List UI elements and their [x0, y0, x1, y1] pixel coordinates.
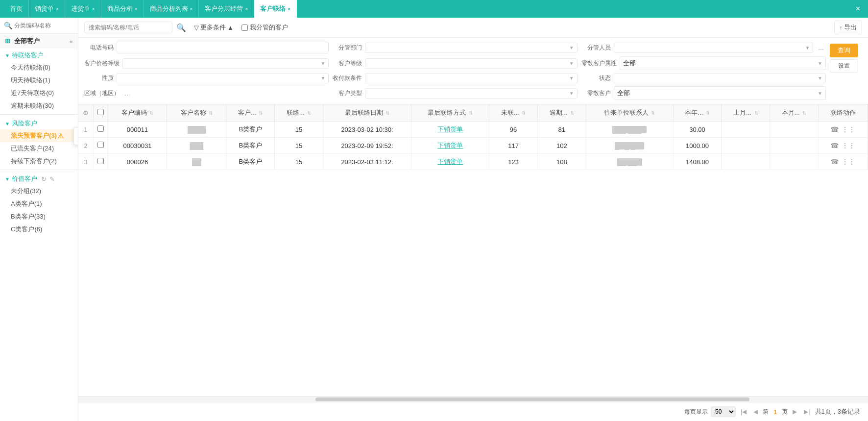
top-nav: 首页 销货单 × 进货单 × 商品分析 × 商品分析列表 × 客户分层经营 × … — [0, 0, 868, 18]
filter-status-select[interactable]: ▼ — [614, 73, 826, 83]
tooltip-risk: 90天未交易的客户，可能有流失风险。 — [73, 127, 78, 145]
export-button[interactable]: ↑ 导出 — [834, 21, 863, 34]
row-num-0: 1 — [78, 122, 93, 138]
sort-method-icon[interactable]: ⇅ — [469, 110, 473, 116]
sort-year-icon[interactable]: ⇅ — [706, 110, 710, 116]
close-all-button[interactable]: × — [852, 4, 864, 13]
filter-phone-input[interactable] — [117, 42, 329, 53]
filter-price-grade-select[interactable]: ▼ — [122, 58, 329, 69]
sidebar-item-a-class[interactable]: A类客户(1) — [0, 198, 78, 210]
sort-code-icon[interactable]: ⇅ — [149, 110, 153, 116]
action-call-1[interactable]: ☎ — [830, 142, 839, 149]
nav-tab-customer-seg[interactable]: 客户分层经营 × — [199, 0, 254, 18]
query-button[interactable]: 查询 — [830, 44, 858, 57]
filter-customer-type-select[interactable]: ▼ — [365, 88, 577, 99]
filter-payment-select[interactable]: ▼ — [365, 73, 577, 83]
nav-tab-home[interactable]: 首页 — [4, 0, 29, 18]
sidebar-item-lost[interactable]: 已流失客户(24) — [0, 142, 78, 155]
sidebar-item-overdue[interactable]: 逾期未联络(30) — [0, 99, 78, 112]
filter-region-dots[interactable]: ... — [122, 89, 132, 97]
row-date-1: 2023-02-09 19:52: — [323, 138, 411, 154]
action-more-1[interactable]: ⋮⋮ — [842, 142, 855, 149]
prev-page-btn[interactable]: ◀ — [751, 407, 760, 416]
sidebar-search-input[interactable] — [14, 22, 78, 29]
row-checkbox-0[interactable] — [93, 122, 108, 138]
filter-customer-grade-select[interactable]: ▼ — [365, 58, 577, 69]
last-page-btn[interactable]: ▶| — [802, 407, 812, 416]
row-method-2[interactable]: 下销货单 — [411, 154, 489, 170]
my-customers-checkbox[interactable]: 我分管的客户 — [241, 23, 288, 32]
per-page-select[interactable]: 50 100 — [711, 406, 736, 417]
nav-tab-analysis-list[interactable]: 商品分析列表 × — [144, 0, 199, 18]
value-edit-icon[interactable]: ✎ — [49, 175, 55, 183]
action-more-2[interactable]: ⋮⋮ — [842, 158, 855, 166]
sort-name-icon[interactable]: ⇅ — [209, 110, 213, 116]
filter-payment-arrow: ▼ — [569, 75, 574, 81]
nav-tab-home-label: 首页 — [10, 4, 23, 13]
search-button[interactable]: 🔍 — [176, 23, 186, 32]
nav-tab-analysis-list-close[interactable]: × — [190, 6, 193, 12]
action-more-0[interactable]: ⋮⋮ — [842, 125, 855, 133]
table-row: 3 000026 ██ B类客户 15 2023-02-03 11:12: 下销… — [78, 154, 868, 170]
action-call-2[interactable]: ☎ — [830, 158, 839, 166]
sidebar-group-pending[interactable]: ▼ 待联络客户 — [0, 49, 78, 61]
nav-tab-customer-link-close[interactable]: × — [288, 6, 290, 12]
nav-tab-sales[interactable]: 销货单 × — [29, 0, 65, 18]
th-settings[interactable]: ⚙ — [78, 104, 93, 122]
filter-manager-select[interactable]: ▼ — [614, 43, 814, 53]
filter-retail-attr-select[interactable]: 全部 ▼ — [620, 56, 826, 70]
sidebar-item-churn-warning[interactable]: 流失预警客户(3) ⚠ — [0, 129, 78, 142]
sidebar-item-tomorrow[interactable]: 明天待联络(1) — [0, 74, 78, 87]
nav-tab-analysis[interactable]: 商品分析 × — [101, 0, 144, 18]
action-call-0[interactable]: ☎ — [830, 125, 839, 133]
row-method-1[interactable]: 下销货单 — [411, 138, 489, 154]
sort-overdue-icon[interactable]: ⇅ — [570, 110, 574, 116]
next-page-btn[interactable]: ▶ — [791, 407, 799, 416]
select-all-checkbox[interactable] — [97, 109, 104, 115]
nav-tab-sales-close[interactable]: × — [56, 6, 59, 12]
row-method-0[interactable]: 下销货单 — [411, 122, 489, 138]
sidebar-item-7days[interactable]: 近7天待联络(0) — [0, 87, 78, 99]
sort-lastmonth-icon[interactable]: ⇅ — [754, 110, 758, 116]
scrollbar-thumb[interactable] — [315, 397, 750, 401]
row-checkbox-2[interactable] — [93, 154, 108, 170]
nav-tab-purchase-close[interactable]: × — [92, 6, 95, 12]
more-conditions-button[interactable]: ▽ 更多条件 ▲ — [190, 21, 238, 34]
sidebar-item-c-class[interactable]: C类客户(6) — [0, 223, 78, 236]
th-checkbox[interactable] — [93, 104, 108, 122]
sidebar-group-risk[interactable]: ▼ 风险客户 — [0, 117, 78, 129]
my-customers-label: 我分管的客户 — [250, 23, 288, 32]
sort-date-icon[interactable]: ⇅ — [386, 110, 389, 116]
sidebar-root[interactable]: ⊞ 全部客户 « — [0, 34, 78, 49]
sort-thismonth-icon[interactable]: ⇅ — [802, 110, 806, 116]
sort-contact-icon[interactable]: ⇅ — [307, 110, 311, 116]
my-customers-input[interactable] — [241, 25, 248, 31]
nav-tab-purchase[interactable]: 进货单 × — [65, 0, 101, 18]
value-refresh-icon[interactable]: ↻ — [41, 175, 47, 183]
sidebar-item-ungrouped[interactable]: 未分组(32) — [0, 185, 78, 198]
sidebar-item-b-class[interactable]: B类客户(33) — [0, 210, 78, 223]
sidebar-item-today[interactable]: 今天待联络(0) — [0, 61, 78, 74]
sort-type-icon[interactable]: ⇅ — [259, 110, 263, 116]
filter-manager-dots[interactable]: ... — [816, 44, 826, 51]
sort-person-icon[interactable]: ⇅ — [651, 110, 655, 116]
sidebar-collapse-icon[interactable]: « — [70, 38, 73, 45]
horizontal-scrollbar[interactable] — [78, 396, 868, 402]
first-page-btn[interactable]: |◀ — [739, 407, 748, 416]
filter-row-4: 区域（地区） ... 客户类型 ▼ 零散客户 — [84, 86, 826, 100]
customer-table: ⚙ 客户编码 ⇅ 客户名称 ⇅ 客户... ⇅ — [78, 104, 868, 170]
filter-nature-select[interactable]: ▼ — [117, 73, 329, 83]
settings-button[interactable]: 设置 — [830, 59, 858, 73]
filter-retail-select[interactable]: 全部 ▼ — [614, 86, 826, 100]
nav-tab-customer-link[interactable]: 客户联络 × — [254, 0, 297, 18]
nav-tab-customer-seg-close[interactable]: × — [245, 6, 248, 12]
filter-dept-select[interactable]: ▼ — [365, 43, 577, 53]
search-input[interactable] — [84, 22, 172, 33]
filter-retail-value: 全部 — [617, 89, 630, 98]
sort-uncontacted-icon[interactable]: ⇅ — [522, 110, 526, 116]
row-checkbox-1[interactable] — [93, 138, 108, 154]
filter-panel: 电话号码 分管部门 ▼ 分管人员 — [78, 38, 868, 104]
nav-tab-analysis-close[interactable]: × — [135, 6, 138, 12]
sidebar-group-value[interactable]: ▼ 价值客户 ↻ ✎ — [0, 172, 78, 185]
sidebar-item-declining[interactable]: 持续下滑客户(2) — [0, 155, 78, 168]
